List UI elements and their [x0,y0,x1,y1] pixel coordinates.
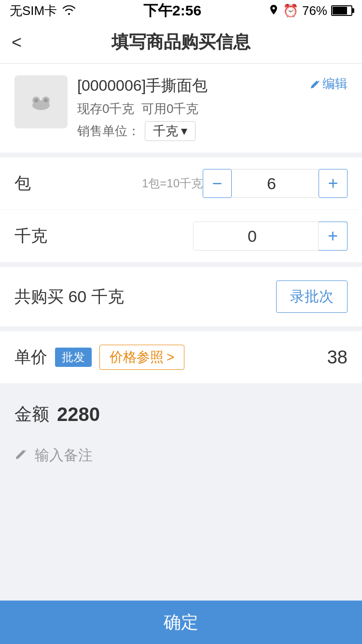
price-ref-button[interactable]: 价格参照 > [99,345,184,370]
kg-plus-button[interactable]: + [319,222,348,251]
summary-text: 共购买 60 千克 [14,286,124,308]
product-thumbnail [14,75,68,128]
amount-value: 2280 [57,404,100,425]
product-card: [0000006]手撕面包 编辑 现存0千克 可用0千克 销售单位： 千克 ▾ [0,64,362,157]
nav-bar: < 填写商品购买信息 [0,21,362,64]
remark-row[interactable]: 输入备注 [14,436,348,475]
package-stepper: − + [203,169,348,198]
product-unit: 销售单位： 千克 ▾ [77,121,348,141]
location-icon [268,3,279,18]
kg-input[interactable] [193,222,319,251]
price-label: 单价 [14,346,47,368]
edit-button[interactable]: 编辑 [310,75,348,92]
amount-label: 金额 [14,403,49,426]
amount-row: 金额 2280 [14,403,348,426]
kg-label: 千克 [14,225,193,247]
package-label: 包 [14,172,137,195]
amount-section: 金额 2280 输入备注 [0,388,362,485]
product-name: [0000006]手撕面包 [77,75,310,97]
battery-icon [331,5,352,16]
kg-input-row: 千克 + [0,210,362,262]
chevron-down-icon: ▾ [181,124,187,139]
input-section: 包 1包=10千克 − + 千克 + [0,157,362,267]
package-plus-button[interactable]: + [319,169,348,198]
alarm-icon: ⏰ [283,3,298,18]
price-row: 单价 批发 价格参照 > 38 [0,331,362,383]
summary-row: 共购买 60 千克 录批次 [0,267,362,331]
chevron-right-icon: > [167,350,174,365]
product-stock: 现存0千克 可用0千克 [77,100,348,117]
product-info: [0000006]手撕面包 编辑 现存0千克 可用0千克 销售单位： 千克 ▾ [77,75,348,141]
price-badge: 批发 [55,348,92,367]
battery-percentage: 76% [302,3,327,18]
page-title: 填写商品购买信息 [111,30,251,54]
batch-button[interactable]: 录批次 [276,280,348,313]
unit-selector[interactable]: 千克 ▾ [145,121,195,141]
wifi-icon [62,3,76,18]
package-input-row: 包 1包=10千克 − + [0,157,362,210]
package-minus-button[interactable]: − [203,169,232,198]
content: [0000006]手撕面包 编辑 现存0千克 可用0千克 销售单位： 千克 ▾ … [0,64,362,485]
svg-point-4 [44,98,48,102]
package-input[interactable] [232,169,319,198]
status-bar: 无SIM卡 下午2:56 ⏰ 76% [0,0,362,21]
price-value: 38 [327,347,348,368]
kg-input-group: + [193,222,348,251]
confirm-button-label: 确定 [164,611,198,634]
back-button[interactable]: < [12,32,22,53]
status-right: ⏰ 76% [268,3,352,18]
price-section: 单价 批发 价格参照 > 38 [0,331,362,388]
status-time: 下午2:56 [143,1,201,21]
svg-point-3 [34,98,38,102]
package-hint: 1包=10千克 [142,176,203,191]
confirm-button[interactable]: 确定 [0,601,362,644]
pencil-icon [14,447,28,464]
remark-placeholder: 输入备注 [35,446,93,465]
status-left: 无SIM卡 [10,2,76,19]
carrier-label: 无SIM卡 [10,2,57,19]
